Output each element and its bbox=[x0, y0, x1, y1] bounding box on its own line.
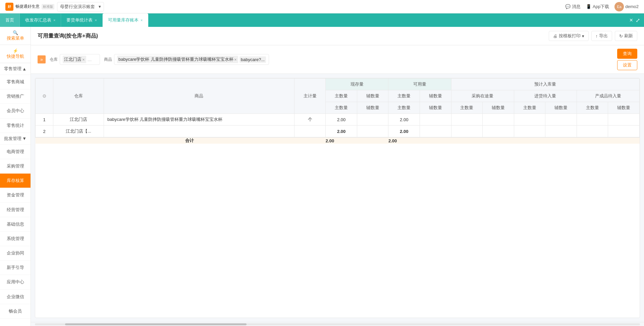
sidebar-item-basic-info[interactable]: 基础信息 bbox=[0, 217, 31, 232]
row2-no: 2 bbox=[36, 126, 53, 138]
sidebar-item-wholesale-mgmt[interactable]: 批发管理 ▼ bbox=[0, 133, 31, 145]
tab-available-stock[interactable]: 可用量库存账本 × bbox=[103, 13, 148, 27]
tab-available-stock-close[interactable]: × bbox=[141, 18, 143, 22]
product-tag-1: babycare学饮杯 儿童防摔防撞吸管杯重力球吸嘴杯宝宝水杯 × bbox=[117, 56, 238, 63]
nav-tabs: 首页 收发存汇总表 × 要货单统计表 × 可用量库存账本 × × ⤢ bbox=[0, 13, 644, 27]
message-btn[interactable]: 💬 消息 bbox=[565, 4, 581, 10]
col-current-aux-header: 辅数量 bbox=[357, 90, 388, 102]
warehouse-filter: 仓库 江北门店 × … bbox=[50, 54, 100, 65]
col-avail-aux-sub: 辅数量 bbox=[420, 102, 451, 114]
main-layout: 🔍 搜索菜单 ⚡ 快捷导航 零售管理 ▲ 零售商城 营销推广 会员中心 零售统计… bbox=[0, 27, 644, 326]
sidebar-item-member-center[interactable]: 会员中心 bbox=[0, 104, 31, 118]
user-area[interactable]: Ea demo2 bbox=[614, 2, 639, 11]
sidebar-item-new-guide[interactable]: 新手引导 bbox=[0, 261, 31, 275]
row1-pt-main bbox=[451, 114, 483, 126]
tab-receipt-summary[interactable]: 收发存汇总表 × bbox=[20, 13, 61, 27]
footer-fp-main bbox=[577, 137, 608, 144]
warehouse-more-icon[interactable]: … bbox=[88, 57, 92, 62]
refresh-label: 刷新 bbox=[624, 33, 633, 39]
sidebar-item-system-mgmt-label: 系统管理 bbox=[7, 236, 24, 241]
edition-badge: 标准版 bbox=[42, 4, 54, 9]
product-tag-1-close[interactable]: × bbox=[234, 57, 237, 62]
sidebar-item-operations-mgmt[interactable]: 经营管理 bbox=[0, 203, 31, 217]
sidebar-item-marketing[interactable]: 营销推广 bbox=[0, 89, 31, 104]
col-inbound-pending-header: 进货待入量 bbox=[514, 90, 577, 102]
print-btn[interactable]: 🖨 按模板打印 ▾ bbox=[549, 31, 589, 41]
footer-empty bbox=[36, 137, 53, 144]
message-icon: 💬 bbox=[565, 4, 571, 9]
page-actions: 🖨 按模板打印 ▾ ↑ 导出 ↻ 刷新 bbox=[549, 31, 638, 41]
sidebar-item-app-center[interactable]: 应用中心 bbox=[0, 275, 31, 289]
search-icon: 🔍 bbox=[13, 30, 18, 35]
footer-current-main: 2.00 bbox=[326, 137, 357, 144]
top-bar-left: 好 畅捷通好生意 标准版 母婴行业演示账套 ▾ bbox=[5, 2, 104, 11]
content-area: 可用量查询(按仓库+商品) 🖨 按模板打印 ▾ ↑ 导出 ↻ 刷新 » bbox=[31, 27, 644, 326]
page-header: 可用量查询(按仓库+商品) 🖨 按模板打印 ▾ ↑ 导出 ↻ 刷新 bbox=[31, 27, 644, 45]
row2-current-aux bbox=[357, 126, 388, 138]
expand-btn[interactable]: ⤢ bbox=[636, 17, 640, 24]
footer-ip-main bbox=[514, 137, 545, 144]
footer-row: 合计 2.00 2.00 bbox=[36, 137, 640, 144]
sidebar-item-retail-store[interactable]: 零售商城 bbox=[0, 75, 31, 89]
print-chevron-icon: ▾ bbox=[582, 34, 584, 39]
sidebar-search[interactable]: 🔍 搜索菜单 bbox=[0, 27, 31, 45]
sidebar-item-enterprise-wechat-label: 企业微信 bbox=[7, 294, 24, 299]
warehouse-label: 仓库 bbox=[50, 57, 58, 62]
sidebar-item-finance-mgmt-label: 资金管理 bbox=[7, 192, 24, 197]
row2-unit bbox=[294, 126, 326, 138]
sidebar-item-ecommerce-mgmt[interactable]: 电商管理 bbox=[0, 145, 31, 159]
filter-toggle-btn[interactable]: » bbox=[38, 55, 46, 63]
tab-receipt-summary-close[interactable]: × bbox=[53, 18, 55, 22]
sidebar-item-retail-stats[interactable]: 零售统计 bbox=[0, 119, 31, 133]
sidebar-item-finance-mgmt[interactable]: 资金管理 bbox=[0, 188, 31, 202]
scroll-thumb[interactable] bbox=[65, 323, 247, 325]
sidebar-item-vip[interactable]: 畅会员 bbox=[0, 304, 31, 319]
col-pt-aux-sub: 辅数量 bbox=[483, 102, 514, 114]
industry-select[interactable]: 母婴行业演示账套 ▾ bbox=[57, 2, 104, 11]
footer-avail-aux bbox=[420, 137, 451, 144]
sidebar-item-marketing-label: 营销推广 bbox=[7, 94, 24, 99]
row1-current-main: 2.00 bbox=[326, 114, 357, 126]
product-tag-2-value: babycare?... bbox=[241, 57, 265, 62]
sidebar-item-enterprise-collab[interactable]: 企业协同 bbox=[0, 246, 31, 261]
sidebar-item-inventory-mgmt[interactable]: 库存核算 bbox=[0, 174, 31, 188]
sidebar-item-retail-mgmt[interactable]: 零售管理 ▲ bbox=[0, 63, 31, 75]
logo-area: 好 畅捷通好生意 标准版 bbox=[5, 3, 54, 11]
sidebar-item-system-mgmt[interactable]: 系统管理 bbox=[0, 232, 31, 246]
row2-pt-main bbox=[451, 126, 483, 138]
print-label: 按模板打印 bbox=[559, 33, 581, 39]
warehouse-tag-close[interactable]: × bbox=[82, 57, 85, 62]
sidebar-item-purchase-mgmt[interactable]: 采购管理 bbox=[0, 159, 31, 174]
product-input[interactable]: babycare学饮杯 儿童防摔防撞吸管杯重力球吸嘴杯宝宝水杯 × babyca… bbox=[114, 54, 269, 65]
sidebar-item-enterprise-wechat[interactable]: 企业微信 bbox=[0, 290, 31, 304]
settings-btn[interactable]: 设置 bbox=[617, 60, 637, 70]
tab-order-stats-close[interactable]: × bbox=[95, 18, 97, 22]
query-btn[interactable]: 查询 bbox=[617, 49, 637, 59]
row1-fp-main bbox=[577, 114, 608, 126]
row2-ip-aux bbox=[545, 126, 577, 138]
col-fp-aux-sub: 辅数量 bbox=[608, 102, 640, 114]
export-btn[interactable]: ↑ 导出 bbox=[591, 31, 612, 41]
sidebar-item-basic-info-label: 基础信息 bbox=[7, 222, 24, 227]
footer-pt-aux bbox=[483, 137, 514, 144]
row1-no: 1 bbox=[36, 114, 53, 126]
app-download-btn[interactable]: 📱 App下载 bbox=[586, 4, 609, 10]
refresh-btn[interactable]: ↻ 刷新 bbox=[615, 31, 637, 41]
row1-current-aux bbox=[357, 114, 388, 126]
col-ip-main-sub: 主数量 bbox=[514, 102, 545, 114]
tab-home[interactable]: 首页 bbox=[0, 13, 20, 27]
close-all-tabs-btn[interactable]: × bbox=[629, 17, 633, 24]
row1-unit: 个 bbox=[294, 114, 326, 126]
row2-product bbox=[104, 126, 294, 138]
col-current-stock-header: 现存量 bbox=[326, 79, 388, 90]
warehouse-input[interactable]: 江北门店 × … bbox=[60, 54, 100, 65]
col-current-main-header: 主数量 bbox=[326, 90, 357, 102]
col-avail-aux-header: 辅数量 bbox=[420, 90, 451, 102]
sidebar-item-ecommerce-mgmt-label: 电商管理 bbox=[7, 149, 24, 154]
col-cur-main-sub: 主数量 bbox=[326, 102, 357, 114]
sidebar-quick-nav[interactable]: ⚡ 快捷导航 bbox=[0, 45, 31, 63]
filter-action-buttons: 查询 设置 bbox=[617, 49, 637, 70]
tab-order-stats[interactable]: 要货单统计表 × bbox=[61, 13, 102, 27]
gear-icon[interactable]: ⚙ bbox=[42, 93, 47, 99]
scroll-track[interactable] bbox=[35, 323, 640, 325]
